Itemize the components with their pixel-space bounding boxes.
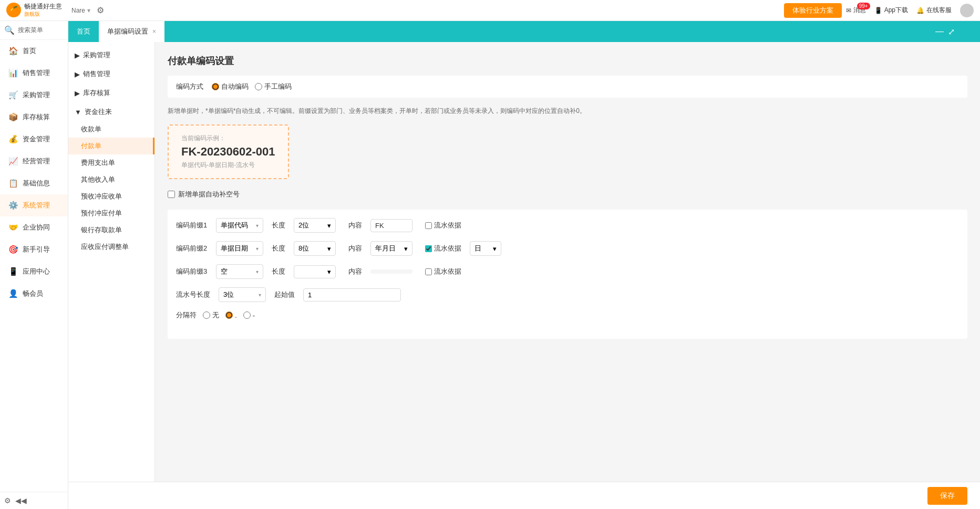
- menu-item-expense[interactable]: 费用支出单: [68, 154, 154, 171]
- tab-maximize-icon[interactable]: ⤢: [948, 27, 955, 37]
- settings-icon[interactable]: ⚙: [97, 5, 104, 15]
- content-label-3: 内容: [348, 267, 362, 276]
- menu-item-label: 预收冲应收单: [81, 192, 122, 200]
- menu-group-title-sales[interactable]: ▶ 销售管理: [68, 65, 154, 83]
- length-input-1[interactable]: 2位 ▾: [294, 218, 336, 233]
- menu-group-finance: ▼ 资金往来 收款单 付款单 费用支出单 其他收入单: [68, 103, 154, 255]
- sidebar-item-sales[interactable]: 📊 销售管理: [0, 62, 68, 84]
- sidebar-item-enterprise[interactable]: 🤝 企业协同: [0, 216, 68, 238]
- menu-item-adjust[interactable]: 应收应付调整单: [68, 238, 154, 255]
- stream-checkbox-3[interactable]: [425, 268, 432, 275]
- sep-dot-option[interactable]: .: [225, 311, 237, 319]
- sidebar-item-label: 采购管理: [23, 90, 50, 100]
- guide-icon: 🎯: [8, 245, 18, 254]
- menu-item-label: 费用支出单: [81, 159, 115, 167]
- menu-item-bank-deposit[interactable]: 银行存取款单: [68, 222, 154, 238]
- menu-item-label: 应收应付调整单: [81, 243, 129, 251]
- menu-group-title-finance[interactable]: ▼ 资金往来: [68, 103, 154, 121]
- content-label-2: 内容: [348, 244, 362, 253]
- tab-document-code[interactable]: 单据编码设置 ×: [99, 21, 164, 42]
- date-content-value-2: 年月日: [375, 244, 396, 253]
- content-value-3: [370, 269, 412, 274]
- sep-none-label: 无: [212, 310, 219, 320]
- stream-label-2: 流水依据: [434, 244, 461, 253]
- tab-home-label: 首页: [77, 27, 90, 36]
- code-preview-box: 当前编码示例： FK-20230602-001 单据代码-单据日期-流水号: [168, 124, 289, 179]
- serial-length-value: 3位: [223, 290, 234, 299]
- messages-button[interactable]: ✉ 消息 99+: [846, 6, 866, 15]
- prefix-select-1[interactable]: 单据代码 ▾: [216, 218, 263, 233]
- sidebar-item-label: 首页: [23, 46, 36, 56]
- serial-length-arrow: ▾: [259, 292, 261, 298]
- auto-code-option[interactable]: 自动编码: [212, 82, 249, 91]
- manual-code-radio[interactable]: [255, 83, 262, 90]
- sep-dash-radio[interactable]: [243, 311, 251, 319]
- start-value-input[interactable]: [303, 288, 401, 302]
- auto-fill-checkbox[interactable]: [168, 191, 175, 198]
- sidebar-item-operations[interactable]: 📈 经营管理: [0, 150, 68, 172]
- tab-close-icon[interactable]: ×: [152, 28, 156, 35]
- menu-group-title-inventory[interactable]: ▶ 库存核算: [68, 84, 154, 102]
- auto-fill-label: 新增单据自动补空号: [178, 190, 240, 199]
- sep-dot-radio[interactable]: [225, 311, 233, 319]
- sidebar-item-system[interactable]: ⚙️ 系统管理: [0, 194, 68, 216]
- prefix-select-3[interactable]: 空 ▾: [216, 264, 263, 279]
- inventory-icon: 📦: [8, 112, 18, 122]
- stream-checkbox-1[interactable]: [425, 222, 432, 229]
- menu-item-payment[interactable]: 付款单: [68, 138, 154, 154]
- sidebar-item-member[interactable]: 👤 畅会员: [0, 283, 68, 305]
- sidebar-item-purchase[interactable]: 🛒 采购管理: [0, 84, 68, 106]
- sidebar-item-apps[interactable]: 📱 应用中心: [0, 261, 68, 283]
- menu-item-receipt[interactable]: 收款单: [68, 121, 154, 138]
- app-download-button[interactable]: 📱 App下载: [874, 6, 908, 15]
- sidebar-search[interactable]: 🔍 搜索菜单: [0, 21, 68, 40]
- menu-item-label: 收款单: [81, 125, 101, 133]
- prefix-select-2[interactable]: 单据日期 ▾: [216, 241, 263, 256]
- collapse-icon[interactable]: ◀◀: [15, 496, 27, 505]
- sep-dash-option[interactable]: -: [243, 311, 255, 319]
- tab-minimize-icon[interactable]: —: [935, 27, 944, 36]
- sidebar-item-finance[interactable]: 💰 资金管理: [0, 128, 68, 150]
- sidebar-item-basic-info[interactable]: 📋 基础信息: [0, 172, 68, 194]
- sep-none-radio[interactable]: [203, 311, 210, 319]
- save-button[interactable]: 保存: [927, 487, 967, 505]
- length-input-3[interactable]: ▾: [294, 265, 336, 278]
- service-label: 在线客服: [926, 6, 952, 15]
- bottom-bar: 保存: [68, 482, 980, 509]
- online-service-button[interactable]: 🔔 在线客服: [916, 6, 952, 15]
- stream-check-3[interactable]: 流水依据: [425, 267, 461, 276]
- stream-checkbox-2[interactable]: [425, 245, 432, 252]
- manual-code-option[interactable]: 手工编码: [255, 82, 292, 91]
- menu-group-title-purchase[interactable]: ▶ 采购管理: [68, 46, 154, 64]
- sidebar-item-guide[interactable]: 🎯 新手引导: [0, 238, 68, 261]
- auto-code-radio[interactable]: [212, 83, 219, 90]
- sidebar-item-inventory[interactable]: 📦 库存核算: [0, 106, 68, 128]
- stream-check-2[interactable]: 流水依据: [425, 244, 461, 253]
- stream-label-3: 流水依据: [434, 267, 461, 276]
- breadcrumb-text: Nare: [71, 7, 85, 14]
- length-input-2[interactable]: 8位 ▾: [294, 241, 336, 256]
- date-content-select-2[interactable]: 年月日 ▾: [370, 241, 412, 256]
- purchase-icon: 🛒: [8, 90, 18, 100]
- settings-bottom-icon[interactable]: ⚙: [4, 496, 11, 505]
- menu-item-other-income[interactable]: 其他收入单: [68, 171, 154, 188]
- menu-item-prepay-payable[interactable]: 预付冲应付单: [68, 205, 154, 222]
- separator-label: 分隔符: [176, 310, 197, 320]
- menu-item-prepay-receivable[interactable]: 预收冲应收单: [68, 188, 154, 205]
- date-unit-select[interactable]: 日 ▾: [470, 241, 501, 256]
- serial-length-select[interactable]: 3位 ▾: [219, 287, 266, 302]
- sidebar-item-home[interactable]: 🏠 首页: [0, 40, 68, 62]
- logo-text-block: 畅捷通好生意 旗舰版: [24, 3, 62, 17]
- user-avatar[interactable]: [960, 4, 974, 17]
- prefix-select-value-2: 单据日期: [221, 244, 248, 253]
- experience-button[interactable]: 体验行业方案: [784, 3, 842, 18]
- form-title: 付款单编码设置: [168, 55, 967, 67]
- sep-none-option[interactable]: 无: [203, 310, 219, 320]
- tab-home[interactable]: 首页: [68, 21, 99, 42]
- breadcrumb-arrow: ▾: [87, 7, 90, 14]
- expand-icon: ▶: [75, 51, 80, 59]
- select-arrow-3: ▾: [256, 269, 259, 275]
- stream-check-1[interactable]: 流水依据: [425, 221, 461, 230]
- app-sub: 旗舰版: [24, 11, 62, 18]
- length-arrow-3: ▾: [327, 268, 331, 276]
